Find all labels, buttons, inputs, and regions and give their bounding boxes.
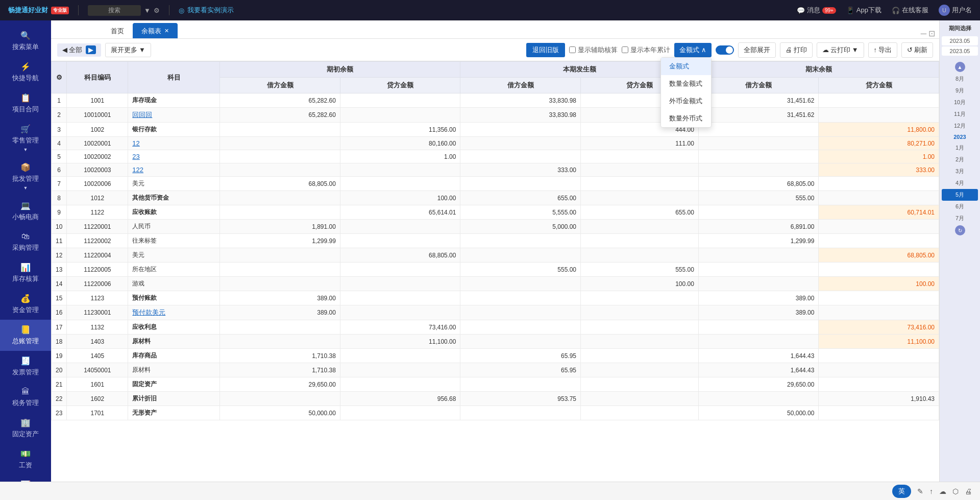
month-1[interactable]: 1月	[942, 142, 978, 154]
sidebar-item-inventory[interactable]: 📊 库存核算	[0, 257, 51, 289]
project-icon: 📋	[20, 93, 31, 103]
return-old-btn[interactable]: 退回旧版	[526, 43, 565, 57]
th-opening: 期初余额	[220, 62, 460, 78]
top-bar-right: 💬 消息 99+ 📱 App下载 🎧 在线客服 U 用户名	[797, 5, 972, 16]
user-avatar[interactable]: U 用户名	[939, 5, 972, 16]
top-bar: 畅捷通好业财 专业版 搜索 ▼ ⚙ ◎ 我要看实例演示 💬 消息 99+ 📱 A…	[0, 0, 980, 20]
expand-more-label: 展开更多	[111, 45, 137, 55]
tab-balance[interactable]: 余额表 ✕	[133, 23, 178, 38]
table-row: 1311220005所在地区555.00555.00	[52, 263, 939, 277]
cloud-print-btn[interactable]: ☁ 云打印 ▼	[817, 42, 864, 58]
th-settings[interactable]: ⚙	[52, 62, 67, 93]
expand-more-btn[interactable]: 展开更多 ▼	[105, 43, 151, 57]
ytd-checkbox[interactable]	[622, 46, 628, 53]
upload-icon[interactable]: ↑	[929, 487, 933, 495]
app-name: 畅捷通好业财	[8, 6, 48, 15]
ledger-icon: 📒	[20, 325, 31, 335]
th-closing: 期末余额	[698, 62, 939, 78]
inventory-icon: 📊	[20, 263, 31, 272]
aux-checkbox[interactable]	[569, 46, 576, 53]
breadcrumb-all-btn[interactable]: ◀ 全部 ▶	[57, 43, 101, 57]
month-12[interactable]: 12月	[942, 120, 978, 132]
edit-icon[interactable]: ✎	[917, 487, 923, 495]
th-code: 科目编码	[67, 62, 128, 93]
content-area: 首页 余额表 ✕ ─ ⊡ ◀ 全部 ▶ 展开更多 ▼	[51, 20, 939, 482]
table-row: 31002银行存款11,356.00444.0011,800.00	[52, 123, 939, 137]
sidebar-item-project[interactable]: 📋 项目合同	[0, 88, 51, 119]
month-2[interactable]: 2月	[942, 154, 978, 165]
expand-all-toggle[interactable]	[716, 45, 734, 55]
message-btn[interactable]: 💬 消息 99+	[797, 6, 836, 15]
sidebar-item-purchase[interactable]: 🛍 采购管理	[0, 227, 51, 257]
table-row: 1611230001预付款美元389.00389.00	[52, 305, 939, 320]
sidebar-item-assets[interactable]: 🏢 固定资产	[0, 413, 51, 444]
balance-table: ⚙ 科目编码 科目 期初余额 本期发生额	[51, 61, 939, 420]
cloud-icon[interactable]: ☁	[939, 487, 946, 495]
month-8[interactable]: 8月	[942, 73, 978, 85]
month-3[interactable]: 3月	[942, 165, 978, 177]
app-logo: 畅捷通好业财 专业版	[8, 6, 69, 15]
mode-btn[interactable]: 金额式 ∧	[674, 43, 712, 57]
year-down-btn[interactable]: ↻	[955, 225, 965, 235]
retail-icon: 🛒	[20, 124, 31, 134]
sidebar-item-retail[interactable]: 🛒 零售管理 ▼	[0, 119, 51, 157]
sidebar-item-ledger[interactable]: 📒 总账管理	[0, 320, 51, 351]
month-5[interactable]: 5月	[942, 189, 978, 201]
month-11[interactable]: 11月	[942, 108, 978, 120]
tab-minimize-icon[interactable]: ─	[921, 29, 926, 38]
invoice-icon: 🧾	[20, 356, 31, 366]
toolbar: ◀ 全部 ▶ 展开更多 ▼ 退回旧版 显示辅助核算 显示本年	[51, 39, 939, 61]
sidebar-item-search[interactable]: 🔍 搜索菜单	[0, 26, 51, 57]
print-btn[interactable]: 🖨 打印	[780, 42, 813, 58]
export-btn[interactable]: ↑ 导出	[868, 42, 898, 58]
app-download-btn[interactable]: 📱 App下载	[846, 6, 881, 15]
tab-controls: ─ ⊡	[921, 29, 939, 38]
mode-option-qty-amount[interactable]: 数量金额式	[661, 75, 711, 92]
mode-option-foreign-amount[interactable]: 外币金额式	[661, 92, 711, 110]
sidebar-item-tax[interactable]: 🏛 税务管理	[0, 382, 51, 413]
breadcrumb-next-icon: ▶	[86, 45, 96, 54]
table-row: 221602累计折旧956.68953.751,910.43	[52, 392, 939, 406]
sidebar-item-invoice[interactable]: 🧾 发票管理	[0, 351, 51, 382]
month-6[interactable]: 6月	[942, 201, 978, 212]
month-10[interactable]: 10月	[942, 97, 978, 108]
sidebar-item-fund[interactable]: 💰 资金管理	[0, 289, 51, 320]
month-9[interactable]: 9月	[942, 85, 978, 97]
sidebar-item-operations[interactable]: 📈 经营管理	[0, 475, 51, 482]
wholesale-icon: 📦	[20, 162, 31, 172]
demo-link[interactable]: ◎ 我要看实例演示	[179, 6, 234, 15]
mode-option-qty-foreign[interactable]: 数量外币式	[661, 110, 711, 127]
year-up-btn[interactable]: ▲	[955, 62, 965, 72]
tab-close-icon[interactable]: ✕	[164, 28, 169, 34]
ytd-checkbox-label[interactable]: 显示本年累计	[622, 45, 670, 55]
print-bottom-icon[interactable]: 🖨	[965, 487, 972, 495]
table-row: 610020003122333.00333.00	[52, 163, 939, 177]
sidebar-item-ecommerce[interactable]: 💻 小畅电商	[0, 196, 51, 227]
month-7[interactable]: 7月	[942, 212, 978, 224]
mode-dropdown: 金额式 数量金额式 外币金额式 数量外币式	[660, 57, 712, 128]
right-panel: 期间选择 2023.05 2023.05 ▲ 8月 9月 10月 11月 12月…	[939, 20, 980, 482]
tab-home[interactable]: 首页	[102, 23, 133, 38]
sidebar-item-quick-nav[interactable]: ⚡ 快捷导航	[0, 57, 51, 88]
top-bar-left: 畅捷通好业财 专业版 搜索 ▼ ⚙ ◎ 我要看实例演示	[8, 5, 234, 16]
language-btn[interactable]: 英	[892, 485, 911, 498]
export-icon: ↑	[874, 46, 877, 54]
tab-maximize-icon[interactable]: ⊡	[928, 29, 935, 38]
top-bar-search-box[interactable]: 搜索 ▼ ⚙	[88, 5, 160, 16]
message-badge: 99+	[822, 7, 836, 14]
month-4[interactable]: 4月	[942, 177, 978, 189]
breadcrumb-all-label: 全部	[69, 45, 82, 55]
main-layout: 🔍 搜索菜单 ⚡ 快捷导航 📋 项目合同 🛒 零售管理 ▼ 📦 批发管理 ▼ 💻…	[0, 20, 980, 482]
settings-icon[interactable]: ⚙	[154, 7, 160, 14]
aux-checkbox-label[interactable]: 显示辅助核算	[569, 45, 618, 55]
expand-all-btn[interactable]: 全部展开	[738, 42, 776, 58]
table-row: 210010001回回回65,282.6033,830.9831,451.62	[52, 108, 939, 123]
refresh-btn[interactable]: ↺ 刷新	[901, 42, 933, 58]
hex-icon[interactable]: ⬡	[952, 487, 959, 495]
sidebar-item-wholesale[interactable]: 📦 批发管理 ▼	[0, 157, 51, 196]
online-service-btn[interactable]: 🎧 在线客服	[892, 6, 928, 15]
sidebar-item-salary[interactable]: 💵 工资	[0, 444, 51, 475]
mode-option-amount[interactable]: 金额式	[661, 58, 711, 75]
tab-balance-label: 余额表	[141, 27, 161, 36]
right-panel-title: 期间选择	[942, 25, 978, 32]
